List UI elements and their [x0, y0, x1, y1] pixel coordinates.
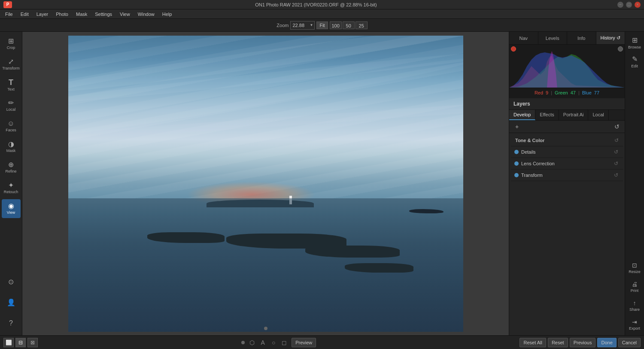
resize-icon: ⊡: [632, 262, 637, 269]
zoom-dropdown-icon[interactable]: ▼: [310, 23, 314, 27]
transform-dot: [514, 173, 519, 177]
tool-transform[interactable]: ⤢ Transform: [2, 55, 21, 74]
view-toggle-compare[interactable]: ⊟: [15, 338, 26, 347]
menu-photo[interactable]: Photo: [52, 11, 72, 18]
crop-icon: ⊞: [8, 38, 14, 45]
maximize-button[interactable]: □: [626, 2, 632, 8]
right-icons: ⊞ Browse ✎ Edit ⊡ Resize 🖨 Print ↑ Share…: [625, 32, 644, 335]
retouch-label: Retouch: [4, 190, 18, 194]
tab-history[interactable]: History ↺: [596, 32, 625, 44]
done-button[interactable]: Done: [597, 338, 616, 347]
transform-label: Transform: [521, 173, 610, 178]
tool-faces[interactable]: ☺ Faces: [2, 117, 21, 136]
local-label: Local: [6, 107, 16, 112]
tool-mask[interactable]: ◑ Mask: [2, 137, 21, 156]
preview-button[interactable]: Preview: [292, 338, 316, 347]
bottom-right-controls: Reset All Reset Previous Done Cancel: [519, 338, 641, 347]
layer-reset-button[interactable]: ↺: [613, 122, 621, 131]
zoom-50[interactable]: 50: [343, 21, 355, 29]
edit-icon: ✎: [632, 55, 638, 63]
tone-color-label: Tone & Color: [515, 138, 544, 143]
menu-file[interactable]: File: [2, 11, 16, 18]
layers-list: Tone & Color ↺ Details ↺ Lens Correction…: [509, 133, 625, 335]
layer-item-transform[interactable]: Transform ↺: [511, 170, 623, 181]
tool-retouch[interactable]: ✦ Retouch: [2, 179, 21, 197]
layer-item-lens-correction[interactable]: Lens Correction ↺: [511, 158, 623, 170]
view-icon: ◉: [8, 203, 14, 209]
tool-help[interactable]: ?: [2, 314, 21, 333]
select-icon[interactable]: ⬡: [247, 338, 257, 347]
layer-tab-portrait-ai[interactable]: Portrait Ai: [559, 110, 589, 120]
resize-button[interactable]: ⊡ Resize: [626, 260, 643, 276]
histogram-clipping-shadows[interactable]: [511, 46, 516, 52]
cancel-button[interactable]: Cancel: [618, 338, 641, 347]
info-icon-bottom[interactable]: ○: [269, 338, 278, 347]
histogram-clipping-highlights[interactable]: [618, 46, 623, 52]
tone-color-reset-btn[interactable]: ↺: [614, 137, 619, 143]
menu-edit[interactable]: Edit: [17, 11, 32, 18]
tool-compare[interactable]: ⊙: [2, 273, 21, 291]
reset-button[interactable]: Reset: [548, 338, 568, 347]
tool-local[interactable]: ✏ Local: [2, 96, 21, 115]
layers-section: Layers Develop Effects Portrait Ai Local…: [509, 98, 625, 335]
fit-button[interactable]: Fit: [316, 21, 328, 29]
lens-correction-reset-btn[interactable]: ↺: [613, 160, 620, 167]
browse-icon: ⊞: [632, 36, 638, 44]
window-controls[interactable]: − □ ×: [617, 2, 641, 8]
histogram-chart: [509, 45, 625, 88]
menu-help[interactable]: Help: [159, 11, 176, 18]
menu-mask[interactable]: Mask: [73, 11, 91, 18]
zoom-control: Zoom ▼ Fit 100 50 25: [276, 21, 367, 30]
tab-nav[interactable]: Nav: [509, 32, 538, 44]
text-icon-bottom[interactable]: A: [258, 338, 267, 347]
tab-info[interactable]: Info: [567, 32, 596, 44]
zoom-presets: 100 50 25: [330, 21, 368, 29]
details-reset-btn[interactable]: ↺: [613, 149, 620, 155]
edit-button[interactable]: ✎ Edit: [626, 53, 643, 70]
photo-container: [68, 36, 463, 332]
layer-tab-develop[interactable]: Develop: [509, 110, 535, 120]
histogram-blue-label: Blue: [582, 90, 592, 95]
layer-tab-effects[interactable]: Effects: [535, 110, 559, 120]
menu-layer[interactable]: Layer: [33, 11, 52, 18]
reset-all-button[interactable]: Reset All: [519, 338, 546, 347]
minimize-button[interactable]: −: [617, 2, 623, 8]
tool-view[interactable]: ◉ View: [2, 199, 21, 218]
print-button[interactable]: 🖨 Print: [626, 279, 643, 295]
browse-button[interactable]: ⊞ Browse: [626, 34, 643, 51]
view-toggle-split[interactable]: ⊠: [27, 338, 38, 347]
position-dot: [264, 327, 267, 330]
share-button[interactable]: ↑ Share: [626, 297, 643, 314]
tool-refine[interactable]: ⊕ Refine: [2, 158, 21, 177]
tool-crop[interactable]: ⊞ Crop: [2, 34, 21, 53]
layer-tab-local[interactable]: Local: [588, 110, 608, 120]
previous-button[interactable]: Previous: [570, 338, 596, 347]
zoom-100[interactable]: 100: [330, 21, 342, 29]
bottom-left-controls: ⬜ ⊟ ⊠: [3, 338, 38, 347]
layer-item-details[interactable]: Details ↺: [511, 146, 623, 158]
view-icon-bottom[interactable]: ◻: [279, 338, 289, 347]
menu-window[interactable]: Window: [134, 11, 158, 18]
view-toggle-single[interactable]: ⬜: [3, 338, 14, 347]
menu-settings[interactable]: Settings: [91, 11, 115, 18]
zoom-25[interactable]: 25: [355, 21, 368, 29]
mask-icon: ◑: [8, 141, 14, 148]
layer-add-button[interactable]: +: [513, 122, 521, 131]
tool-text[interactable]: T Text: [2, 76, 21, 94]
tool-person[interactable]: 👤: [2, 293, 21, 312]
histogram-red-value: 9: [546, 90, 548, 95]
zoom-input[interactable]: [291, 21, 310, 29]
canvas-area[interactable]: [22, 32, 509, 335]
lens-correction-dot: [514, 161, 519, 166]
menu-view[interactable]: View: [116, 11, 134, 18]
export-button[interactable]: ⇥ Export: [626, 316, 643, 333]
transform-reset-btn[interactable]: ↺: [613, 172, 620, 179]
tab-levels[interactable]: Levels: [538, 32, 568, 44]
view-label: View: [7, 210, 15, 215]
position-indicator: [241, 341, 245, 344]
left-toolbar: ⊞ Crop ⤢ Transform T Text ✏ Local ☺ Face…: [0, 32, 22, 335]
faces-icon: ☺: [7, 120, 14, 127]
histogram-area: Red 9 | Green 47 | Blue 77: [509, 45, 625, 98]
text-label: Text: [7, 87, 15, 91]
close-button[interactable]: ×: [635, 2, 641, 8]
